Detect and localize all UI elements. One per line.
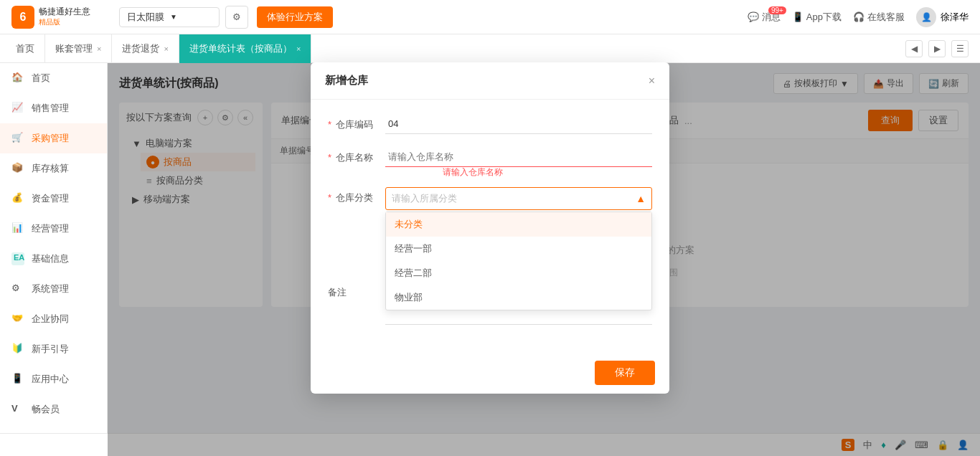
sidebar-item-member[interactable]: V 畅会员	[0, 394, 107, 424]
form-row-category: * 仓库分类 请输入所属分类 ▲ 未分类 经营一部 经营二部 物业部	[328, 187, 652, 210]
message-item[interactable]: 💬 消息 99+	[748, 11, 781, 24]
app-icon: 📱	[792, 11, 804, 22]
tab-home-label: 首页	[16, 42, 34, 55]
dialog-header: 新增仓库 ×	[311, 62, 669, 100]
sidebar-label-guide: 新手引导	[32, 343, 69, 356]
sidebar-label-collab: 企业协同	[32, 313, 69, 326]
sidebar-label-sales: 销售管理	[32, 102, 69, 115]
tab-account-label: 账套管理	[55, 42, 93, 55]
dialog-body: * 仓库编码 * 仓库名称 请输入仓库名称 * 仓库分类	[311, 100, 669, 352]
try-industry-button[interactable]: 体验行业方案	[257, 6, 333, 28]
save-button[interactable]: 保存	[595, 361, 655, 385]
dialog-title: 新增仓库	[325, 74, 368, 87]
online-service-item[interactable]: 🎧 在线客服	[853, 11, 905, 24]
logo-line2: 精品版	[39, 17, 90, 27]
sidebar-label-apps: 应用中心	[32, 373, 69, 386]
category-dropdown-wrap: 请输入所属分类 ▲ 未分类 经营一部 经营二部 物业部	[385, 187, 652, 210]
sidebar-label-inventory: 库存核算	[32, 162, 69, 175]
sidebar-label-member: 畅会员	[32, 403, 60, 416]
category-placeholder: 请输入所属分类	[392, 193, 457, 204]
guide-icon: 🔰	[11, 343, 24, 356]
logo-text-block: 畅捷通好生意 精品版	[39, 6, 90, 28]
sidebar-item-home[interactable]: 🏠 首页	[0, 63, 107, 93]
code-input[interactable]	[385, 114, 652, 134]
tab-prev-btn[interactable]: ◀	[905, 40, 923, 57]
app-download-item[interactable]: 📱 App下载	[792, 11, 842, 24]
sidebar-item-apps[interactable]: 📱 应用中心	[0, 364, 107, 394]
tab-menu-btn[interactable]: ☰	[951, 40, 969, 57]
message-icon: 💬	[748, 11, 759, 22]
collab-icon: 🤝	[11, 313, 24, 326]
store-selector[interactable]: 日太阳膜 ▼	[119, 7, 220, 27]
store-chevron-icon: ▼	[170, 13, 177, 21]
purchase-icon: 🛒	[11, 132, 24, 145]
operation-icon: 📊	[11, 222, 24, 235]
system-icon: ⚙	[11, 282, 24, 295]
basic-icon: EA	[11, 252, 24, 265]
gear-button[interactable]: ⚙	[225, 6, 248, 29]
sidebar-item-inventory[interactable]: 📦 库存核算	[0, 153, 107, 184]
tab-next-btn[interactable]: ▶	[928, 40, 946, 57]
tab-account-close[interactable]: ×	[97, 44, 101, 53]
dropdown-option-dept2[interactable]: 经营二部	[386, 261, 651, 285]
user-name: 徐泽华	[941, 11, 969, 24]
gear-icon: ⚙	[232, 11, 241, 22]
dropdown-option-dept1[interactable]: 经营一部	[386, 237, 651, 261]
sidebar-item-collab[interactable]: 🤝 企业协同	[0, 304, 107, 334]
sidebar-label-operation: 经营管理	[32, 222, 69, 235]
home-icon: 🏠	[11, 72, 24, 85]
note-label: 备注	[328, 282, 385, 299]
sidebar: 🏠 首页 📈 销售管理 🛒 采购管理 📦 库存核算 💰 资金管理 📊 经营管理 …	[0, 63, 108, 456]
service-label: 在线客服	[867, 11, 905, 24]
logo-area: 6 畅捷通好生意 精品版	[11, 6, 119, 29]
tab-purchase-stats-label: 进货单统计表（按商品）	[189, 42, 292, 55]
message-badge: 99+	[768, 6, 786, 14]
sidebar-item-purchase[interactable]: 🛒 采购管理	[0, 123, 107, 153]
tab-home[interactable]: 首页	[6, 34, 45, 63]
header-right: 💬 消息 99+ 📱 App下载 🎧 在线客服 👤 徐泽华	[748, 7, 969, 27]
tab-purchase-stats[interactable]: 进货单统计表（按商品） ×	[179, 34, 311, 63]
category-dropdown-trigger[interactable]: 请输入所属分类 ▲	[385, 187, 652, 210]
category-dropdown-list: 未分类 经营一部 经营二部 物业部	[385, 212, 652, 310]
sales-icon: 📈	[11, 102, 24, 115]
app-label: App下载	[806, 11, 842, 24]
tab-purchase-return-close[interactable]: ×	[164, 44, 168, 53]
new-warehouse-dialog: 新增仓库 × * 仓库编码 * 仓库名称 请输入仓库名称 *	[311, 62, 669, 394]
dialog-close-button[interactable]: ×	[649, 75, 655, 87]
headset-icon: 🎧	[853, 11, 864, 22]
name-input-wrap: 请输入仓库名称	[385, 147, 652, 167]
name-input[interactable]	[385, 147, 652, 167]
sidebar-label-home: 首页	[32, 72, 50, 85]
dropdown-arrow-icon: ▲	[636, 193, 646, 204]
sidebar-label-basic: 基础信息	[32, 252, 69, 265]
apps-icon: 📱	[11, 373, 24, 386]
sidebar-item-finance[interactable]: 💰 资金管理	[0, 184, 107, 214]
name-error-msg: 请输入仓库名称	[443, 166, 503, 179]
dialog-footer: 保存	[311, 352, 669, 394]
tab-purchase-return-label: 进货退货	[122, 42, 159, 55]
tab-actions: ◀ ▶ ☰	[900, 40, 974, 57]
sidebar-label-system: 系统管理	[32, 282, 69, 295]
sidebar-item-guide[interactable]: 🔰 新手引导	[0, 334, 107, 364]
avatar: 👤	[916, 7, 936, 27]
inventory-icon: 📦	[11, 162, 24, 175]
tab-bar: 首页 账套管理 × 进货退货 × 进货单统计表（按商品） × ◀ ▶ ☰	[0, 34, 980, 63]
dropdown-option-unclassified[interactable]: 未分类	[386, 212, 651, 237]
sidebar-item-sales[interactable]: 📈 销售管理	[0, 93, 107, 123]
form-row-name: * 仓库名称 请输入仓库名称	[328, 147, 652, 167]
avatar-icon: 👤	[921, 12, 932, 22]
tab-purchase-return[interactable]: 进货退货 ×	[112, 34, 179, 63]
sidebar-item-system[interactable]: ⚙ 系统管理	[0, 274, 107, 304]
form-row-code: * 仓库编码	[328, 114, 652, 134]
store-name: 日太阳膜	[127, 11, 164, 24]
sidebar-item-operation[interactable]: 📊 经营管理	[0, 214, 107, 244]
dropdown-option-dept3[interactable]: 物业部	[386, 285, 651, 310]
tab-purchase-stats-close[interactable]: ×	[296, 44, 301, 53]
sidebar-label-purchase: 采购管理	[32, 132, 69, 145]
user-area[interactable]: 👤 徐泽华	[916, 7, 969, 27]
tab-account[interactable]: 账套管理 ×	[45, 34, 112, 63]
category-label: * 仓库分类	[328, 187, 385, 204]
sidebar-label-finance: 资金管理	[32, 192, 69, 205]
sidebar-item-basic[interactable]: EA 基础信息	[0, 244, 107, 274]
logo-line1: 畅捷通好生意	[39, 6, 90, 18]
